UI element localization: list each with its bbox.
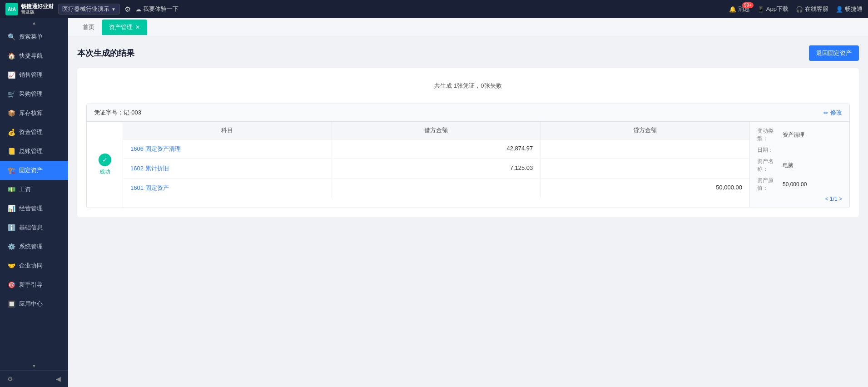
content-area: 首页 资产管理 ✕ 本次生成的结果 返回固定资产 共生成 1张凭证，0张失败 凭… <box>68 18 868 387</box>
sidebar-label-quick-nav: 快捷导航 <box>19 52 43 60</box>
sidebar-item-guide[interactable]: 🎯新手引导 <box>0 275 68 294</box>
sidebar-label-inventory: 库存核算 <box>19 109 43 117</box>
edit-voucher-button[interactable]: ✏ 修改 <box>823 109 842 117</box>
success-label: 成功 <box>99 168 110 176</box>
cell-subject-1: 1602 累计折旧 <box>123 159 332 178</box>
tab-bar: 首页 资产管理 ✕ <box>68 18 868 36</box>
operations-icon: 📊 <box>7 205 15 212</box>
top-header: AtA 畅捷通好业财 普及版 医疗器械行业演示 ▼ ⚙ ☁ 我要体验一下 🔔 消… <box>0 0 868 18</box>
bell-icon: 🔔 <box>729 6 736 13</box>
finance-icon: 💰 <box>7 129 15 136</box>
change-type-label: 变动类型： <box>757 127 783 143</box>
user-menu-button[interactable]: 👤 畅捷通 <box>836 5 863 13</box>
page-content: 本次生成的结果 返回固定资产 共生成 1张凭证，0张失败 凭证字号：记-003 … <box>68 36 868 387</box>
sidebar-bottom: ⚙ ◀ <box>0 370 68 387</box>
col-debit: 借方金额 <box>332 122 541 139</box>
search-icon: 🔍 <box>7 33 15 40</box>
sidebar-item-payroll[interactable]: 💵工资 <box>0 180 68 199</box>
page-header: 本次生成的结果 返回固定资产 <box>77 45 859 61</box>
voucher-section: 凭证字号：记-003 ✏ 修改 ✓ 成功 <box>86 104 850 208</box>
headset-icon: 🎧 <box>796 6 803 13</box>
sidebar-scroll-up[interactable]: ▲ <box>0 18 68 27</box>
page-title: 本次生成的结果 <box>77 48 134 59</box>
tab-home[interactable]: 首页 <box>75 20 102 35</box>
inventory-icon: 📦 <box>7 109 15 117</box>
sidebar-item-search[interactable]: 🔍搜索菜单 <box>0 27 68 46</box>
side-info-panel: 变动类型： 资产清理 日期： 资产名称： 电脑 <box>749 122 849 208</box>
sidebar-item-fixed-assets[interactable]: 🏗️固定资产 <box>0 161 68 180</box>
cell-debit-2 <box>332 179 541 198</box>
sidebar-label-guide: 新手引导 <box>19 281 43 289</box>
edit-icon: ✏ <box>823 109 828 116</box>
tab-asset-manage[interactable]: 资产管理 ✕ <box>102 20 147 35</box>
sidebar-collapse-button[interactable]: ◀ <box>56 375 61 382</box>
sidebar-item-system[interactable]: ⚙️系统管理 <box>0 237 68 256</box>
logo-icon: AtA <box>5 3 18 15</box>
tab-close-icon[interactable]: ✕ <box>135 24 140 30</box>
sidebar-item-finance[interactable]: 💰资金管理 <box>0 123 68 142</box>
asset-name-value: 电脑 <box>783 162 794 169</box>
table-row: 1601 固定资产 50,000.00 <box>123 179 749 198</box>
asset-name-row: 资产名称： 电脑 <box>757 158 842 173</box>
voucher-number: 凭证字号：记-003 <box>94 109 141 117</box>
cell-debit-0: 42,874.97 <box>332 139 541 159</box>
sidebar-item-enterprise[interactable]: 🤝企业协同 <box>0 256 68 275</box>
sidebar-item-ledger[interactable]: 📒总账管理 <box>0 142 68 161</box>
notification-badge: 99+ <box>742 2 754 8</box>
cloud-icon: ☁ <box>135 6 141 13</box>
sidebar-item-operations[interactable]: 📊经营管理 <box>0 199 68 218</box>
app-download-button[interactable]: 📱 App下载 <box>757 5 789 13</box>
sidebar-label-ledger: 总账管理 <box>19 147 43 155</box>
table-body: 1606 固定资产清理 42,874.97 1602 累计折旧 7,125.03… <box>123 139 749 198</box>
change-type-value: 资产清理 <box>783 131 804 139</box>
top-header-right: 🔔 消息 99+ 📱 App下载 🎧 在线客服 👤 畅捷通 <box>729 5 863 13</box>
guide-icon: 🎯 <box>7 281 15 288</box>
cell-credit-2: 50,000.00 <box>541 179 749 198</box>
success-icon: ✓ <box>99 154 111 166</box>
change-type-row: 变动类型： 资产清理 <box>757 127 842 143</box>
pagination[interactable]: < 1/1 > <box>757 196 842 202</box>
sidebar-scroll-down[interactable]: ▼ <box>0 361 68 370</box>
col-subject: 科目 <box>123 122 332 139</box>
basic-info-icon: ℹ️ <box>7 224 15 231</box>
online-service-button[interactable]: 🎧 在线客服 <box>796 5 828 13</box>
sales-icon: 📈 <box>7 71 15 79</box>
user-icon: 👤 <box>836 6 843 13</box>
original-value-value: 50,000.00 <box>783 181 807 188</box>
sidebar-item-inventory[interactable]: 📦库存核算 <box>0 104 68 123</box>
company-name: 医疗器械行业演示 <box>62 5 109 13</box>
voucher-table: 科目 借方金额 贷方金额 1606 固定资产清理 42,874.97 1602 … <box>123 122 749 208</box>
company-selector[interactable]: 医疗器械行业演示 ▼ <box>58 4 120 15</box>
cell-subject-2: 1601 固定资产 <box>123 179 332 198</box>
payroll-icon: 💵 <box>7 186 15 193</box>
sidebar-label-basic-info: 基础信息 <box>19 223 43 232</box>
notification-button[interactable]: 🔔 消息 99+ <box>729 5 750 13</box>
sidebar-label-system: 系统管理 <box>19 243 43 251</box>
date-row: 日期： <box>757 146 842 154</box>
sidebar-label-payroll: 工资 <box>19 185 31 194</box>
sidebar-item-purchase[interactable]: 🛒采购管理 <box>0 84 68 104</box>
sidebar-item-sales[interactable]: 📈销售管理 <box>0 65 68 84</box>
sidebar-label-fixed-assets: 固定资产 <box>19 166 43 174</box>
sidebar-label-operations: 经营管理 <box>19 204 43 213</box>
table-header: 科目 借方金额 贷方金额 <box>123 122 749 139</box>
col-credit: 贷方金额 <box>541 122 749 139</box>
app-version: 普及版 <box>21 10 54 15</box>
back-to-fixed-assets-button[interactable]: 返回固定资产 <box>809 45 859 61</box>
system-icon: ⚙️ <box>7 243 15 250</box>
enterprise-icon: 🤝 <box>7 262 15 269</box>
original-value-label: 资产原值： <box>757 177 783 192</box>
header-settings-button[interactable]: ⚙ <box>124 5 131 14</box>
sidebar-label-sales: 销售管理 <box>19 71 43 79</box>
sidebar-item-basic-info[interactable]: ℹ️基础信息 <box>0 218 68 237</box>
sidebar-item-quick-nav[interactable]: 🏠快捷导航 <box>0 46 68 65</box>
sidebar-item-app-center[interactable]: 🔲应用中心 <box>0 294 68 313</box>
dropdown-icon: ▼ <box>111 7 116 12</box>
cell-subject-0: 1606 固定资产清理 <box>123 139 332 159</box>
cell-credit-1 <box>541 159 749 178</box>
sidebar-label-purchase: 采购管理 <box>19 90 43 98</box>
app-center-icon: 🔲 <box>7 300 15 308</box>
sidebar-label-search: 搜索菜单 <box>19 33 43 41</box>
sidebar-settings-button[interactable]: ⚙ <box>7 375 13 382</box>
experience-button[interactable]: ☁ 我要体验一下 <box>135 5 179 13</box>
